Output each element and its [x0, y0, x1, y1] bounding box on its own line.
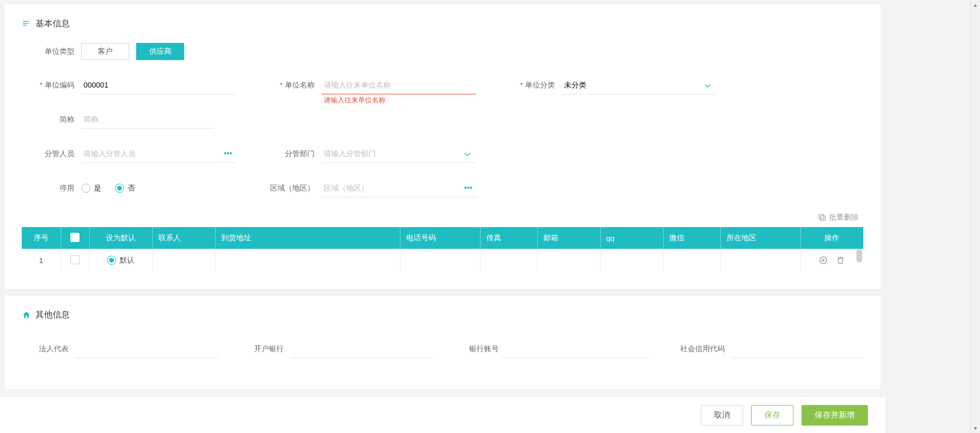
- svg-rect-6: [819, 214, 824, 219]
- batch-delete[interactable]: 批量删除: [22, 212, 859, 223]
- unit-type-customer[interactable]: 客户: [81, 43, 129, 60]
- cell-phone[interactable]: [400, 249, 480, 272]
- svg-rect-0: [23, 21, 28, 21]
- cell-address[interactable]: [215, 249, 400, 272]
- unit-type-label: 单位类型: [30, 46, 81, 57]
- save-button[interactable]: 保存: [751, 405, 793, 426]
- cell-region[interactable]: [720, 249, 800, 272]
- credit-input[interactable]: [732, 340, 863, 358]
- chevron-down-icon[interactable]: [462, 149, 473, 161]
- svg-rect-4: [29, 23, 30, 23]
- basic-info-header: 基本信息: [22, 18, 863, 29]
- svg-rect-3: [29, 21, 30, 21]
- row-default-label: 默认: [120, 255, 134, 265]
- page-scrollbar[interactable]: ▲ ▼: [970, 0, 980, 433]
- short-name-row: 简称: [30, 110, 716, 129]
- unit-category-label: 单位分类: [525, 81, 555, 89]
- table-row: 1 默认: [22, 249, 863, 272]
- th-seq: 序号: [22, 227, 61, 249]
- unit-category-input[interactable]: [562, 76, 716, 94]
- legal-label: 法人代表: [30, 344, 76, 354]
- th-email: 邮箱: [537, 227, 600, 249]
- department-row: 分管部门: [270, 145, 476, 163]
- region-row: 区域（地区） •••: [270, 179, 476, 197]
- contacts-table: 序号 设为默认 联系人 到货地址 电话号码 传真 邮箱 qq 微信 所在地区 操…: [22, 227, 863, 272]
- content-scroll: 基本信息 单位类型 客户 供应商 *单位编码 *单位名称 请输入往来单位名称: [0, 0, 885, 389]
- unit-type-supplier[interactable]: 供应商: [136, 43, 184, 60]
- unit-code-row: *单位编码: [30, 76, 236, 94]
- acct-row: 银行账号: [460, 340, 649, 358]
- unit-name-error: 请输入往来单位名称: [324, 96, 386, 105]
- cell-email[interactable]: [537, 249, 600, 272]
- cell-qq[interactable]: [600, 249, 663, 272]
- other-info-title: 其他信息: [35, 309, 70, 320]
- row-default-radio[interactable]: [107, 256, 116, 265]
- manager-row: 分管人员 •••: [30, 145, 236, 163]
- unit-name-input[interactable]: [322, 76, 476, 94]
- more-icon[interactable]: •••: [224, 149, 232, 157]
- manager-input[interactable]: [81, 145, 236, 163]
- acct-label: 银行账号: [460, 344, 506, 354]
- department-input[interactable]: [322, 145, 476, 163]
- region-input[interactable]: [322, 179, 476, 197]
- th-qq: qq: [600, 227, 663, 249]
- unit-type-row: 单位类型 客户 供应商: [30, 43, 716, 60]
- disable-no[interactable]: 否: [115, 183, 135, 193]
- unit-type-segment: 客户 供应商: [81, 43, 184, 60]
- basic-info-panel: 基本信息 单位类型 客户 供应商 *单位编码 *单位名称 请输入往来单位名称: [5, 5, 880, 289]
- credit-row: 社会信用代码: [675, 340, 863, 358]
- legal-row: 法人代表: [30, 340, 219, 358]
- delete-row-icon[interactable]: [836, 256, 845, 265]
- house-icon: [22, 311, 31, 320]
- th-ops: 操作: [800, 227, 863, 249]
- cancel-button[interactable]: 取消: [701, 405, 743, 426]
- row-checkbox[interactable]: [70, 255, 80, 264]
- disable-row: 停用 是 否: [30, 179, 236, 197]
- scroll-up-arrow[interactable]: ▲: [973, 0, 978, 10]
- th-phone: 电话号码: [400, 227, 480, 249]
- list-icon: [22, 19, 31, 29]
- th-region: 所在地区: [720, 227, 800, 249]
- disable-yes[interactable]: 是: [81, 183, 101, 193]
- footer-bar: 取消 保存 保存并新增: [0, 396, 885, 433]
- unit-name-label: 单位名称: [285, 81, 315, 89]
- batch-delete-label: 批量删除: [829, 212, 859, 223]
- svg-rect-5: [820, 216, 825, 220]
- th-wechat: 微信: [663, 227, 720, 249]
- acct-input[interactable]: [506, 340, 649, 358]
- short-name-label: 简称: [30, 114, 81, 125]
- manager-label: 分管人员: [30, 149, 81, 159]
- region-label: 区域（地区）: [270, 183, 322, 193]
- add-row-icon[interactable]: [819, 256, 828, 265]
- save-and-new-button[interactable]: 保存并新增: [802, 405, 868, 426]
- th-check: [61, 227, 89, 249]
- header-checkbox[interactable]: [70, 233, 80, 242]
- svg-rect-2: [23, 25, 27, 25]
- scroll-down-arrow[interactable]: ▼: [973, 423, 978, 433]
- unit-code-label: 单位编码: [45, 81, 74, 89]
- th-default: 设为默认: [89, 227, 152, 249]
- more-icon[interactable]: •••: [464, 184, 473, 192]
- table-header-row: 序号 设为默认 联系人 到货地址 电话号码 传真 邮箱 qq 微信 所在地区 操…: [22, 227, 863, 249]
- bank-input[interactable]: [291, 340, 434, 358]
- other-info-header: 其他信息: [22, 309, 863, 320]
- cell-contact[interactable]: [152, 249, 215, 272]
- chevron-down-icon[interactable]: [703, 81, 713, 92]
- th-contact: 联系人: [152, 227, 215, 249]
- short-name-input[interactable]: [81, 110, 214, 129]
- other-info-panel: 其他信息 法人代表 开户银行 银行账号 社会信用代码: [5, 296, 880, 389]
- cell-wechat[interactable]: [663, 249, 720, 272]
- svg-rect-1: [23, 23, 28, 23]
- unit-code-input[interactable]: [81, 76, 236, 94]
- legal-input[interactable]: [76, 340, 219, 358]
- bank-row: 开户银行: [245, 340, 434, 358]
- cell-fax[interactable]: [480, 249, 537, 272]
- table-scrollbar-thumb[interactable]: [856, 249, 862, 263]
- bank-label: 开户银行: [245, 344, 291, 354]
- unit-category-row: *单位分类: [510, 76, 716, 94]
- th-address: 到货地址: [215, 227, 400, 249]
- unit-name-row: *单位名称 请输入往来单位名称: [270, 76, 476, 94]
- copy-icon: [818, 213, 827, 222]
- credit-label: 社会信用代码: [675, 344, 732, 354]
- cell-seq: 1: [22, 249, 61, 272]
